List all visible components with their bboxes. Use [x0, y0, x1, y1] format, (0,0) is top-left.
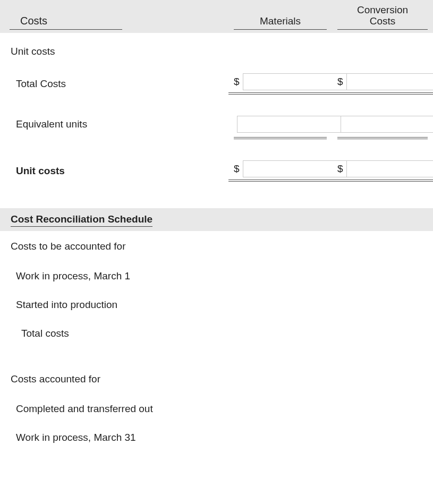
- column-header-conversion-line2: Costs: [337, 16, 428, 27]
- column-header-conversion-line1: Conversion: [337, 5, 428, 16]
- unit-costs-section-title: Unit costs: [0, 33, 433, 63]
- row-equivalent-units: Equivalent units: [0, 105, 433, 135]
- cost-reconciliation-heading: Cost Reconciliation Schedule: [11, 213, 152, 227]
- column-header-costs: Costs: [10, 0, 122, 30]
- label-total-costs-recon: Total costs: [0, 319, 433, 348]
- currency-prefix: $: [234, 76, 240, 88]
- label-equivalent-units: Equivalent units: [0, 118, 228, 130]
- cell-unit-costs-conversion: $: [332, 160, 433, 182]
- label-completed-out: Completed and transferred out: [0, 395, 433, 423]
- input-unit-costs-conversion[interactable]: [346, 160, 433, 177]
- double-rule: [234, 137, 327, 139]
- row-equivalent-units-rule: [0, 135, 433, 150]
- cell-equivalent-units-conversion: [332, 116, 433, 133]
- label-costs-accounted: Costs accounted for: [0, 364, 433, 395]
- currency-prefix: $: [337, 76, 343, 88]
- cell-unit-costs-materials: $: [228, 160, 332, 182]
- input-total-costs-conversion[interactable]: [346, 73, 433, 90]
- currency-prefix: $: [234, 163, 240, 175]
- cell-total-costs-materials: $: [228, 73, 332, 95]
- row-total-costs: Total Costs $ $: [0, 63, 433, 105]
- double-rule: [337, 137, 428, 139]
- column-header-materials: Materials: [234, 12, 327, 30]
- label-unit-costs: Unit costs: [0, 165, 228, 177]
- row-unit-costs: Unit costs $ $: [0, 150, 433, 192]
- costs-header-band: Costs Materials Conversion Costs: [0, 0, 433, 33]
- cost-reconciliation-band: Cost Reconciliation Schedule: [0, 208, 433, 231]
- cell-total-costs-conversion: $: [332, 73, 433, 95]
- cell-equivalent-units-materials: [228, 116, 332, 133]
- label-total-costs: Total Costs: [0, 78, 228, 90]
- label-wip-end: Work in process, March 31: [0, 423, 433, 452]
- label-costs-to-be-accounted: Costs to be accounted for: [0, 231, 433, 262]
- label-wip-start: Work in process, March 1: [0, 262, 433, 291]
- label-started: Started into production: [0, 291, 433, 319]
- column-header-conversion: Conversion Costs: [337, 2, 428, 30]
- currency-prefix: $: [337, 163, 343, 175]
- input-equivalent-units-conversion[interactable]: [341, 116, 433, 133]
